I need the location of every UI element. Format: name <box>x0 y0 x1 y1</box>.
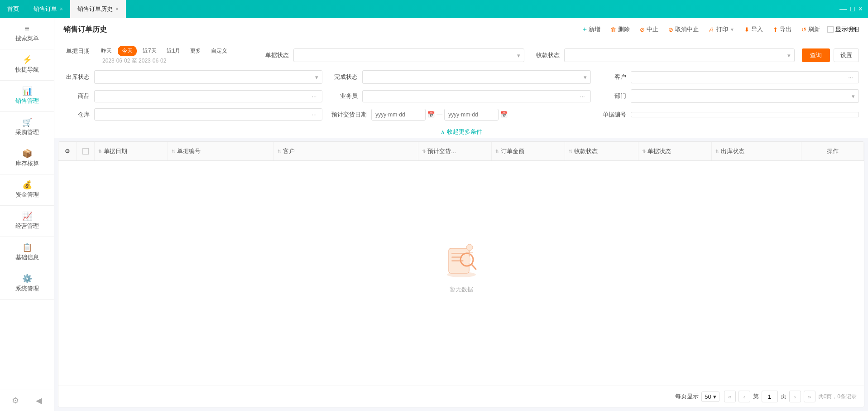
show-detail-checkbox[interactable] <box>827 26 834 33</box>
sidebar-item-sales-label: 销售管理 <box>15 97 39 105</box>
pay-status-select[interactable]: ▾ <box>564 48 795 62</box>
th-delivery-status[interactable]: ⇅ 出库状态 <box>712 142 801 160</box>
custom-btn[interactable]: 自定义 <box>207 46 231 56</box>
sidebar-item-finance[interactable]: 💰 资金管理 <box>0 174 54 206</box>
next-page-btn[interactable]: › <box>789 391 801 402</box>
customer-dots[interactable]: ··· <box>846 74 855 81</box>
first-page-btn[interactable]: « <box>724 391 736 402</box>
page-size-wrapper: 每页显示 50 ▾ <box>675 392 719 402</box>
last1month-btn[interactable]: 近1月 <box>163 46 185 56</box>
yesterday-btn[interactable]: 昨天 <box>97 46 116 56</box>
tab-sales-order-close[interactable]: × <box>60 6 63 12</box>
tab-sales-order-history-close[interactable]: × <box>115 6 119 12</box>
window-min-btn[interactable]: — <box>839 5 847 13</box>
th-amount-label: 订单金额 <box>501 147 524 155</box>
sidebar-item-inventory[interactable]: 📦 库存核算 <box>0 143 54 174</box>
more-btn[interactable]: 更多 <box>186 46 205 56</box>
collapse-link[interactable]: ∧ 收起更多条件 <box>63 126 859 138</box>
complete-status-label: 完成状态 <box>331 73 362 81</box>
delivery-date-to-input[interactable] <box>444 109 499 121</box>
select-all-checkbox[interactable] <box>82 148 89 155</box>
delivery-date-label: 预计交货日期 <box>331 111 371 119</box>
filter-row-2: 出库状态 ▾ 完成状态 ▾ 客户 ··· <box>63 70 859 84</box>
th-order-status[interactable]: ⇅ 单据状态 <box>638 142 712 160</box>
product-input[interactable]: ··· <box>94 90 322 102</box>
th-order-no[interactable]: ⇅ 单据编号 <box>168 142 274 160</box>
salesperson-dots[interactable]: ··· <box>578 93 587 100</box>
order-no-input[interactable] <box>631 112 859 117</box>
date-label: 单据日期 <box>63 47 94 55</box>
th-amount[interactable]: ⇅ 订单金额 <box>492 142 565 160</box>
th-date[interactable]: ⇅ 单据日期 <box>95 142 168 160</box>
operations-icon: 📈 <box>22 212 32 220</box>
tab-sales-order[interactable]: 销售订单 × <box>26 0 70 18</box>
calendar-from-icon[interactable]: 📅 <box>427 111 435 118</box>
filter-row-1: 单据日期 昨天 今天 近7天 近1月 更多 自定义 2023-06-02 至 2… <box>63 46 859 65</box>
delete-button[interactable]: 🗑 删除 <box>608 24 633 35</box>
filter-row-3: 商品 ··· 业务员 ··· 部门 ▾ <box>63 89 859 103</box>
sidebar-settings-icon[interactable]: ⚙ <box>12 396 19 406</box>
warehouse-input[interactable]: ··· <box>94 108 322 121</box>
th-payment-status[interactable]: ⇅ 收款状态 <box>565 142 638 160</box>
page-title: 销售订单历史 <box>63 25 107 34</box>
page-size-label: 每页显示 <box>675 392 699 401</box>
sort-delivery-date-icon: ⇅ <box>422 149 426 154</box>
sidebar-item-search-menu[interactable]: ≡ 搜索菜单 <box>0 18 54 49</box>
salesperson-input[interactable]: ··· <box>362 90 590 102</box>
sales-icon: 📊 <box>22 87 32 95</box>
settings-button[interactable]: 设置 <box>834 48 859 62</box>
page-size-select[interactable]: 50 ▾ <box>701 392 719 402</box>
stop-button[interactable]: ⊘ 中止 <box>637 24 661 35</box>
today-btn[interactable]: 今天 <box>118 46 137 56</box>
sidebar-collapse-icon[interactable]: ◀ <box>36 396 42 406</box>
salesperson-label: 业务员 <box>331 92 362 100</box>
warehouse-dots[interactable]: ··· <box>310 111 318 118</box>
refresh-button[interactable]: ↺ 刷新 <box>799 24 823 35</box>
window-close-btn[interactable]: × <box>858 5 863 13</box>
page-unit: 页 <box>781 392 786 401</box>
window-max-btn[interactable]: □ <box>850 5 855 13</box>
cancel-stop-button[interactable]: ⊘ 取消中止 <box>666 24 701 35</box>
import-button[interactable]: ⬇ 导入 <box>742 24 766 35</box>
delete-label: 删除 <box>618 25 630 34</box>
last7days-btn[interactable]: 近7天 <box>139 46 161 56</box>
tab-home[interactable]: 首页 <box>0 0 26 18</box>
order-status-select[interactable]: ▾ <box>293 48 524 62</box>
export-label: 导出 <box>780 25 791 34</box>
th-customer[interactable]: ⇅ 客户 <box>274 142 418 160</box>
tab-sales-order-history[interactable]: 销售订单历史 × <box>70 0 126 18</box>
th-delivery-date-label: 预计交货... <box>427 147 456 155</box>
new-button[interactable]: + 新增 <box>580 24 603 35</box>
page-size-chevron-icon: ▾ <box>713 393 716 400</box>
delivery-status-select[interactable]: ▾ <box>94 70 322 84</box>
print-button[interactable]: 🖨 打印 ▼ <box>706 24 737 35</box>
sidebar-item-sys-settings[interactable]: ⚙️ 系统管理 <box>0 268 54 300</box>
delivery-date-from-input[interactable] <box>371 109 426 121</box>
customer-input[interactable]: ··· <box>631 71 859 83</box>
settings-gear-icon[interactable]: ⚙ <box>65 148 70 155</box>
sidebar-item-purchase[interactable]: 🛒 采购管理 <box>0 112 54 143</box>
last-page-btn[interactable]: » <box>804 391 815 402</box>
quick-nav-icon: ⚡ <box>22 56 32 64</box>
query-button[interactable]: 查询 <box>802 48 830 62</box>
filter-product-item: 商品 ··· <box>63 90 322 102</box>
calendar-to-icon[interactable]: 📅 <box>500 111 508 118</box>
filter-department-item: 部门 ▾ <box>600 89 859 103</box>
th-checkbox[interactable] <box>77 142 95 160</box>
th-settings[interactable]: ⚙ <box>58 142 77 160</box>
prev-page-btn[interactable]: ‹ <box>739 391 750 402</box>
inventory-icon: 📦 <box>22 150 32 158</box>
print-label: 打印 <box>716 25 728 34</box>
th-delivery-date[interactable]: ⇅ 预计交货... <box>418 142 492 160</box>
complete-status-select[interactable]: ▾ <box>362 70 590 84</box>
sidebar-item-sales[interactable]: 📊 销售管理 <box>0 81 54 112</box>
sidebar-item-operations[interactable]: 📈 经营管理 <box>0 206 54 237</box>
sidebar-item-base-info[interactable]: 📋 基础信息 <box>0 237 54 268</box>
product-dots[interactable]: ··· <box>310 93 318 100</box>
sidebar-item-quick-nav[interactable]: ⚡ 快捷导航 <box>0 49 54 81</box>
sidebar-item-operations-label: 经营管理 <box>15 222 39 230</box>
export-button[interactable]: ⬆ 导出 <box>770 24 794 35</box>
delivery-status-chevron-icon: ▾ <box>315 74 318 81</box>
page-input[interactable] <box>762 391 778 402</box>
department-select[interactable]: ▾ <box>631 89 859 103</box>
